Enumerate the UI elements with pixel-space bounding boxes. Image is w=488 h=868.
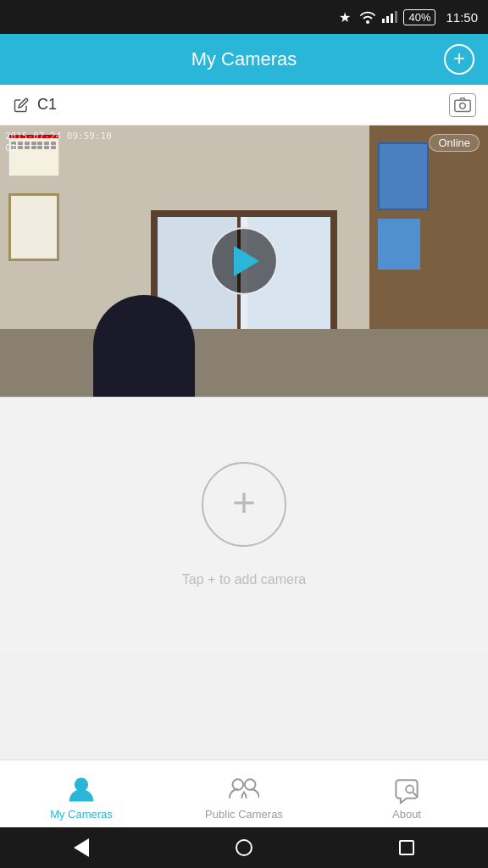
- svg-rect-1: [386, 16, 389, 23]
- home-button[interactable]: [231, 835, 257, 860]
- recent-icon: [399, 840, 414, 855]
- svg-rect-3: [395, 11, 397, 23]
- status-bar: ★ 40% 11:50: [0, 0, 488, 34]
- time-display: 11:50: [446, 10, 478, 25]
- svg-rect-2: [391, 14, 393, 23]
- my-cameras-icon: [66, 774, 97, 804]
- nav-label-my-cameras: My Cameras: [50, 808, 113, 821]
- add-camera-hint: Tap + to add camera: [182, 572, 306, 587]
- add-camera-section: + Tap + to add camera: [0, 398, 488, 652]
- battery-indicator: 40%: [403, 9, 435, 25]
- back-button[interactable]: [69, 835, 94, 860]
- svg-rect-4: [455, 100, 470, 111]
- nav-label-public-cameras: Public Cameras: [205, 808, 283, 821]
- bottom-nav: My Cameras Public Cameras About: [0, 760, 488, 827]
- add-camera-button[interactable]: +: [202, 462, 286, 547]
- back-icon: [74, 838, 89, 857]
- add-camera-plus-icon: +: [232, 482, 256, 523]
- picture-frame: [8, 193, 59, 261]
- play-button[interactable]: [210, 227, 278, 295]
- camera-name: C1: [37, 96, 57, 114]
- camera-card: C1: [0, 85, 488, 398]
- camera-feed[interactable]: 2015-07-24 09:59:10 C1 Online: [0, 125, 488, 397]
- android-nav-bar: [0, 827, 488, 868]
- signal-icon: [381, 10, 398, 24]
- svg-point-8: [245, 779, 256, 790]
- home-icon: [236, 839, 252, 856]
- recent-button[interactable]: [394, 835, 419, 860]
- about-icon: [391, 774, 422, 804]
- nav-item-about[interactable]: About: [325, 767, 488, 821]
- header-title: My Cameras: [191, 48, 297, 70]
- svg-rect-0: [382, 19, 385, 23]
- play-icon: [234, 246, 259, 276]
- figure: [93, 295, 195, 397]
- nav-item-my-cameras[interactable]: My Cameras: [0, 767, 163, 821]
- svg-point-5: [460, 103, 466, 108]
- app-header: My Cameras +: [0, 34, 488, 85]
- wifi-icon: [359, 10, 376, 24]
- camera-screenshot-button[interactable]: [449, 93, 476, 117]
- feed-cam-label: C1: [5, 142, 16, 153]
- svg-point-9: [406, 786, 413, 793]
- nav-item-public-cameras[interactable]: Public Cameras: [163, 767, 325, 821]
- public-cameras-icon: [229, 774, 259, 804]
- online-badge: Online: [429, 134, 480, 152]
- feed-timestamp: 2015-07-24 09:59:10: [5, 131, 112, 142]
- nav-label-about: About: [392, 808, 421, 821]
- header-add-button[interactable]: +: [444, 44, 474, 75]
- camera-name-area: C1: [12, 96, 57, 114]
- edit-icon[interactable]: [12, 96, 30, 114]
- camera-card-header: C1: [0, 85, 488, 125]
- star-icon: ★: [339, 9, 351, 25]
